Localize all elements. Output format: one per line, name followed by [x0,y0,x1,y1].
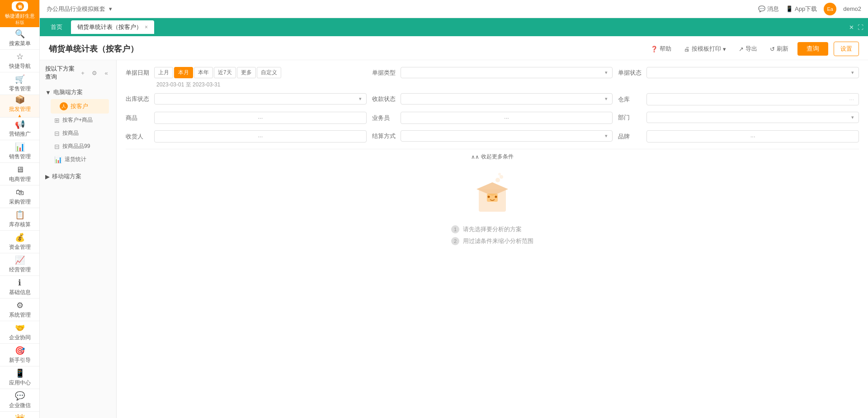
collapse-bar[interactable]: ∧∧ 收起更多条件 [126,149,859,164]
sidebar-item-sales[interactable]: 📊 销售管理 [0,140,39,163]
query-button[interactable]: 查询 [797,42,828,56]
settlement-select[interactable]: ▾ [401,130,613,142]
outbound-select[interactable]: ▾ [154,93,367,104]
empty-illustration [465,164,519,218]
purchase-icon: 🛍 [16,188,24,197]
mobile-scheme-group: ▶ 移动端方案 [40,170,116,183]
vip-icon: 👑 [15,413,25,418]
sidebar-item-marketing[interactable]: 📢 营销推广 [0,118,39,140]
sidebar-item-guide[interactable]: 🎯 新手引导 [0,344,39,366]
filter-panel: 单据日期 上月 本月 本年 近7天 更多 自定义 [117,60,868,418]
user-name[interactable]: demo2 [843,5,861,12]
date-label: 单据日期 [126,69,151,77]
filter-item-salesperson: 业务员 ··· [372,112,613,124]
brand-input[interactable]: ··· [646,130,859,142]
empty-tip-2: 2 用过滤条件来缩小分析范围 [451,237,533,245]
scheme-item-by-product[interactable]: ⊟ 按商品 [51,127,109,140]
department-select[interactable]: ▾ [646,112,859,123]
tip-num-1: 1 [451,225,459,233]
close-window-icon[interactable]: ✕ [849,24,854,31]
sidebar-item-finance[interactable]: 💰 资金管理 [0,231,39,253]
tab-close-icon[interactable]: × [145,24,148,30]
scheme-item-by-product-99[interactable]: ⊟ 按商品品99 [51,140,109,153]
page-header: 销货单统计表（按客户） ❓ 帮助 🖨 按模板打印 ▾ ↗ 导出 ↺ 刷新 [40,36,868,60]
refresh-icon: ↺ [770,46,775,52]
sidebar-item-search-menu[interactable]: 🔍 搜索菜单 [0,27,39,50]
sidebar-item-vip[interactable]: 👑 畅会员 [0,412,39,418]
retail-icon: 🛒 [15,74,25,84]
sidebar-item-enterprise[interactable]: 🤝 企业协同 [0,321,39,344]
refresh-button[interactable]: ↺ 刷新 [766,43,792,55]
scheme-item-returns[interactable]: 📊 退货统计 [51,153,109,166]
app-download-button[interactable]: 📱 App下载 [786,5,817,13]
sidebar-item-app-center[interactable]: 📱 应用中心 [0,366,39,389]
collection-chevron-icon: ▾ [605,96,608,102]
date-tab-this-month[interactable]: 本月 [174,67,193,78]
filter-item-department: 部门 ▾ [618,112,859,123]
content-body: 按以下方案查询 + ⚙ « ▼ [40,60,868,418]
date-tabs: 上月 本月 本年 近7天 更多 自定义 [154,67,281,78]
help-button[interactable]: ❓ 帮助 [647,43,675,55]
maximize-window-icon[interactable]: ⛶ [858,24,863,31]
collapse-scheme-icon[interactable]: « [102,68,111,77]
warehouse-dots: ··· [849,96,854,103]
collection-label: 收款状态 [372,95,397,103]
print-dropdown-icon: ▾ [723,46,726,52]
main-area: 办公用品行业模拟账套 ▾ 💬 消息 📱 App下载 Ea demo2 首页 销货… [40,0,868,418]
left-scheme-panel: 按以下方案查询 + ⚙ « ▼ [40,60,117,418]
outbound-chevron-icon: ▾ [359,96,362,102]
date-tab-last-month[interactable]: 上月 [154,67,173,78]
recipient-input[interactable]: ··· [154,130,367,142]
print-button[interactable]: 🖨 按模板打印 ▾ [680,43,730,55]
warehouse-input[interactable]: ··· [646,93,859,105]
sidebar-item-ecommerce[interactable]: 🖥 电商管理 [0,163,39,185]
svg-text:畅: 畅 [18,5,22,9]
sidebar-item-quick-nav[interactable]: ☆ 快捷导航 [0,50,39,72]
tab-window-controls: ✕ ⛶ [849,24,863,31]
sidebar-item-system[interactable]: ⚙ 系统管理 [0,299,39,321]
user-avatar[interactable]: Ea [824,3,836,15]
sidebar-item-operations[interactable]: 📈 经营管理 [0,253,39,276]
top-header: 办公用品行业模拟账套 ▾ 💬 消息 📱 App下载 Ea demo2 [40,0,868,18]
tab-home[interactable]: 首页 [44,20,69,34]
industry-dropdown-arrow[interactable]: ▾ [109,5,112,12]
date-tab-this-year[interactable]: 本年 [194,67,213,78]
sidebar-item-wholesale[interactable]: 📦 批发管理 ▲ [0,95,39,118]
sidebar-item-retail[interactable]: 🛒 零售管理 [0,72,39,95]
settlement-chevron-icon: ▾ [605,133,608,139]
date-tab-custom[interactable]: 自定义 [257,67,281,78]
mobile-scheme-group-header[interactable]: ▶ 移动端方案 [43,170,113,183]
settings-button[interactable]: 设置 [834,42,859,56]
quick-nav-icon: ☆ [16,52,24,62]
date-tab-more[interactable]: 更多 [237,67,256,78]
filter-item-date: 单据日期 上月 本月 本年 近7天 更多 自定义 [126,67,367,78]
message-button[interactable]: 💬 消息 [758,5,779,13]
empty-tip-1: 1 请先选择要分析的方案 [451,225,533,233]
sidebar-item-inventory[interactable]: 📋 库存核算 [0,208,39,231]
date-tab-last-7[interactable]: 近7天 [214,67,236,78]
sidebar-item-purchase[interactable]: 🛍 采购管理 [0,185,39,208]
desktop-scheme-group-header[interactable]: ▼ 电脑端方案 [43,86,113,99]
scheme-panel-header: 按以下方案查询 + ⚙ « [40,60,116,86]
empty-state: 1 请先选择要分析的方案 2 用过滤条件来缩小分析范围 [126,164,859,245]
export-button[interactable]: ↗ 导出 [735,43,761,55]
warehouse-label: 仓库 [618,95,643,104]
doc-type-select[interactable]: ▾ [401,67,613,78]
operations-icon: 📈 [15,255,25,265]
sidebar-item-enterprise-wx[interactable]: 💬 企业微信 [0,389,39,412]
settings-scheme-icon[interactable]: ⚙ [90,68,99,77]
scheme-item-by-customer[interactable]: 人 按客户 [51,99,109,114]
scheme-item-by-customer-product[interactable]: ⊞ 按客户+商品 [51,114,109,127]
doc-status-select[interactable]: ▾ [646,67,859,78]
tab-sales-stats[interactable]: 销货单统计表（按客户） × [71,20,154,34]
page-content: 销货单统计表（按客户） ❓ 帮助 🖨 按模板打印 ▾ ↗ 导出 ↺ 刷新 [40,36,868,418]
salesperson-input[interactable]: ··· [401,112,613,124]
sidebar-item-basic[interactable]: ℹ 基础信息 [0,276,39,299]
goods-input[interactable]: ··· [154,112,367,124]
add-scheme-icon[interactable]: + [78,68,87,77]
collection-select[interactable]: ▾ [401,93,613,104]
bar-icon: 📊 [54,156,62,163]
empty-tips: 1 请先选择要分析的方案 2 用过滤条件来缩小分析范围 [451,225,533,245]
header-left: 办公用品行业模拟账套 ▾ [47,5,112,13]
logo-svg: 畅 [15,1,25,11]
